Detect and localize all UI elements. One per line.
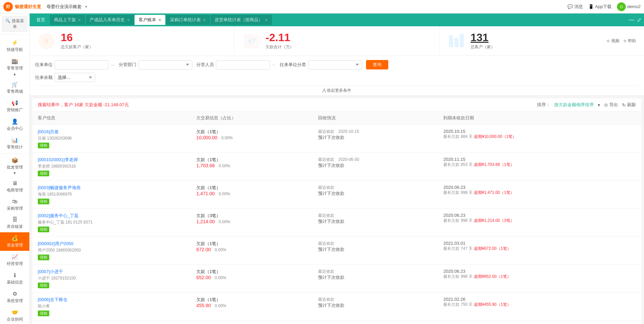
overdue-amount-link-3[interactable]: 超期¥1,214.00（3笔） (474, 218, 514, 223)
sidebar-item-retail-stats[interactable]: 📊 零售统计 (0, 134, 29, 153)
message-btn[interactable]: 💬 消息 (567, 4, 583, 10)
help-btn[interactable]: ⊙ 帮助 (623, 38, 636, 44)
debt-pct-4: 0.00% (215, 247, 226, 252)
table-row: [0007]小进干 小进干 18279152100 现销 欠款（1笔） 652.… (32, 265, 641, 293)
filter-collapse-btn[interactable]: ⋀ 收起更多条件 (35, 85, 639, 95)
overdue-days-0: 最长欠款 884 天 (443, 134, 474, 139)
stat-icon-debt-customers: ¥ (38, 32, 55, 50)
retail-mall-icon: 🛒 (11, 81, 18, 88)
filter-from-unit: 往来单位 ··· (35, 60, 115, 69)
filter-from-unit-input[interactable] (55, 60, 109, 69)
customer-name-link-1[interactable]: [0001020001]李老师 (38, 157, 78, 162)
customer-tag-6: 现销 (38, 311, 49, 316)
filter-dept-select[interactable] (138, 60, 192, 69)
overdue-days-2: 最长欠款 998 天 (443, 190, 474, 195)
customer-name-link-2[interactable]: [0003]畅捷服务尹海燕 (38, 185, 81, 190)
filter-manager-input[interactable] (216, 60, 270, 69)
sort-select[interactable]: 按欠款金额倒序排序 (554, 102, 594, 108)
tabs-actions: — ⤢ (629, 17, 641, 23)
tab-products-close[interactable]: ✕ (78, 18, 81, 22)
sidebar-item-basic-info[interactable]: ℹ 基础信息 (0, 269, 29, 288)
cell-due-date-0: 2020.10.15 最长欠款 884 天 超期¥10,000.00（1笔） (438, 125, 641, 153)
next-payment-4: 预计下次收款 (318, 246, 433, 253)
customer-name-link-4[interactable]: [000002]用户2050 (38, 241, 74, 246)
stat-card-debt-amount: 💎 -2.11 欠款合计（万） (234, 26, 439, 56)
overdue-amount-link-5[interactable]: 超期¥652.00（1笔） (474, 274, 511, 279)
th-due-date: 到期未收款日期 (438, 112, 641, 125)
top-bar-left: 好 畅捷通好生意 母婴行业演示账套 ▼ (3, 2, 88, 11)
customer-name-link-6[interactable]: [0006]去下粮仓 (38, 297, 67, 302)
customer-name-link-3[interactable]: [0002]服务中心_丁磊 (38, 213, 79, 218)
query-button[interactable]: 查询 (366, 60, 388, 69)
tab-maximize-icon[interactable]: ⤢ (637, 17, 641, 23)
store-name[interactable]: 母婴行业演示账套 (47, 4, 82, 10)
sidebar-item-batch-mgmt[interactable]: 📦 批发管理 ▼ (0, 154, 29, 178)
sidebar-item-finance[interactable]: 💰 资金管理 (0, 232, 29, 251)
tab-customer-account-close[interactable]: ✕ (158, 18, 161, 22)
stat-info-total-customers: 131 总客户（家） (471, 32, 495, 50)
app-icon: 📱 (588, 4, 594, 9)
debt-pct-2: 0.00% (219, 192, 230, 196)
filter-from-unit-label: 往来单位 (35, 62, 53, 68)
overdue-amount-link-0[interactable]: 超期¥10,000.00（1笔） (474, 134, 517, 139)
stat-card-actions: ⊙ 视频 ⊙ 帮助 (607, 38, 636, 44)
overdue-amount-link-6[interactable]: 超期¥455.90（1笔） (474, 302, 511, 307)
overdue-amount-link-2[interactable]: 超期¥1,471.00（1笔） (474, 190, 514, 195)
quick-nav-icon: ⚡ (11, 39, 18, 46)
tab-minimize-icon[interactable]: — (629, 17, 634, 23)
sort-arrow-icon[interactable]: ▾ (598, 102, 600, 108)
sidebar-item-retail-mall[interactable]: 🛒 零售商城 (0, 79, 29, 97)
filter-manager-dots[interactable]: ··· (272, 62, 276, 67)
sidebar-item-quick-nav[interactable]: ⚡ 快捷导航 (0, 37, 29, 55)
tab-purchase-order[interactable]: 采购订单统计表 ✕ (166, 15, 210, 25)
overdue-amount-link-1[interactable]: 超期¥1,703.68（1笔） (474, 162, 514, 167)
svg-text:¥: ¥ (44, 36, 49, 45)
customer-name-link-5[interactable]: [0007]小进干 (38, 269, 63, 274)
cell-due-date-4: 2021.03.01 最长欠款 747 天 超期¥672.00（1笔） (438, 237, 641, 265)
sidebar-item-member[interactable]: 👤 会员中心 (0, 116, 29, 134)
tab-purchase-order-close[interactable]: ✕ (203, 18, 206, 22)
filter-row-2: 往来余额 选择... (35, 73, 639, 82)
tab-home[interactable]: 首页 (32, 15, 49, 25)
filter-remaining-select[interactable]: 选择... (55, 73, 95, 82)
sidebar-item-purchase[interactable]: 🛍 采购管理 (0, 196, 29, 214)
sidebar-search-btn[interactable]: 🔍 搜索菜单 (2, 16, 27, 32)
retail-stats-icon: 📊 (11, 137, 18, 143)
tab-purchase-stats-close[interactable]: ✕ (265, 18, 268, 22)
cell-customer-info-4: [000002]用户2050 用户2050 18665062050 现销 (32, 237, 191, 265)
view-video-btn[interactable]: ⊙ 视频 (607, 38, 619, 44)
tab-purchase-stats[interactable]: 进货单统计表（按商品） ✕ (211, 15, 272, 25)
overdue-amount-link-4[interactable]: 超期¥672.00（1笔） (474, 246, 511, 251)
export-btn[interactable]: ⊙ 导出 (604, 102, 618, 108)
table-debt-value: -21,148.07元 (103, 102, 129, 107)
overdue-days-1: 最长欠款 853 天 (443, 162, 474, 167)
filter-manager-label: 分管人员 (196, 62, 214, 68)
sidebar-item-retail-mgmt[interactable]: 🏬 零售管理 ▲ (0, 55, 29, 79)
svg-rect-6 (460, 34, 464, 47)
table-row: [000001]黄思源 黄思源 13552700226 现销 欠款（1笔） 42… (32, 321, 641, 324)
filter-from-unit-dots[interactable]: ··· (111, 62, 115, 67)
tab-customer-account[interactable]: 客户账本 ✕ (135, 15, 165, 25)
sidebar-item-marketing[interactable]: 📢 营销推广 (0, 97, 29, 116)
due-date-4: 2021.03.01 (443, 241, 636, 246)
sidebar-item-business[interactable]: 📈 经营管理 (0, 251, 29, 269)
filter-unit-class-select[interactable] (308, 60, 362, 69)
tab-production[interactable]: 产成品入库单历史 ✕ (86, 15, 134, 25)
sidebar-label-inventory: 库存核算 (7, 224, 23, 230)
sidebar-item-enterprise[interactable]: 🤝 企业协同 (0, 306, 29, 324)
cell-customer-info-3: [0002]服务中心_丁磊 服务中心_丁磊 181 0125 8371 现销 (32, 209, 191, 237)
refresh-btn[interactable]: ↻ 刷新 (622, 102, 636, 108)
sidebar-item-system[interactable]: ⚙ 系统管理 (0, 288, 29, 306)
cell-due-date-5: 2020.06.23 最长欠款 998 天 超期¥652.00（1笔） (438, 265, 641, 293)
customer-name-link-0[interactable]: [0016]吕俊 (38, 129, 59, 134)
sidebar-item-ecommerce[interactable]: 🖥 电商管理 (0, 178, 29, 196)
tab-production-close[interactable]: ✕ (127, 18, 130, 22)
cell-recovery-3: 最近收款 预计下次收款 (313, 209, 438, 237)
store-select-icon[interactable]: ▼ (84, 5, 88, 9)
filter-unit-class: 往来单位分类 (280, 60, 362, 69)
debt-amount-6: 455.90 (196, 303, 211, 308)
tab-products[interactable]: 商品上下架 ✕ (50, 15, 85, 25)
user-menu[interactable]: D demo2 (617, 2, 641, 11)
sidebar-item-inventory[interactable]: 🗄 库存核算 (0, 214, 29, 232)
app-download-btn[interactable]: 📱 App下载 (588, 4, 612, 10)
